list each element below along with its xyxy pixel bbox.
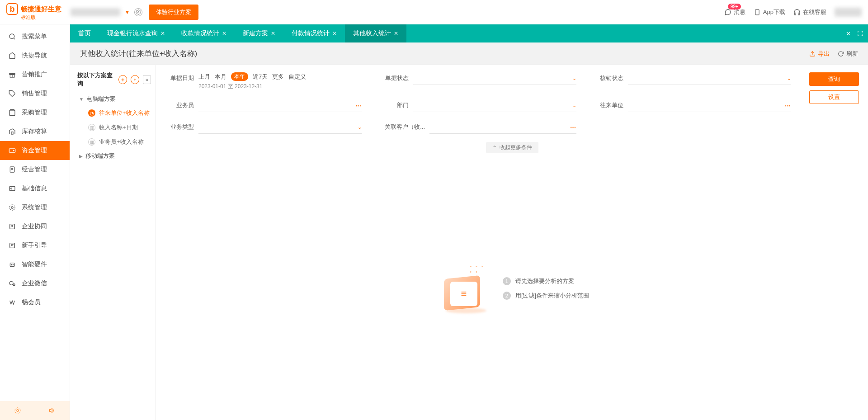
scheme-settings-button[interactable] <box>131 75 139 84</box>
search-icon <box>8 33 16 41</box>
tree-group-mobile[interactable]: ▶ 移动端方案 <box>77 149 151 163</box>
close-all-icon[interactable]: ✕ <box>846 30 851 37</box>
caret-right-icon: ▶ <box>79 154 83 159</box>
team-icon <box>8 222 16 231</box>
tab-other-income[interactable]: 其他收入统计✕ <box>345 24 406 42</box>
refresh-button[interactable]: 刷新 <box>838 50 858 58</box>
svg-rect-1 <box>755 9 759 15</box>
wallet-icon <box>8 146 16 155</box>
date-opt-thismonth[interactable]: 本月 <box>215 73 226 81</box>
scheme-leaf-income-date[interactable]: ▥ 收入名称+日期 <box>86 120 151 135</box>
wecom-icon <box>8 279 16 288</box>
svg-point-16 <box>11 188 12 189</box>
svg-point-20 <box>12 225 13 227</box>
empty-illustration: • • •• • ≡ <box>435 264 489 313</box>
salesman-select[interactable]: ⋯ <box>198 99 362 112</box>
tab-home[interactable]: 首页 <box>70 24 99 42</box>
robot-icon <box>8 260 16 269</box>
sidebar-item-funds[interactable]: 资金管理 <box>0 141 70 160</box>
sidebar-item-search[interactable]: 搜索菜单 <box>0 27 70 46</box>
headset-icon <box>793 9 801 16</box>
add-scheme-button[interactable]: + <box>118 75 127 84</box>
sidebar-item-collab[interactable]: 企业协同 <box>0 217 70 236</box>
chevron-down-icon: ⌄ <box>572 76 576 81</box>
biztype-select[interactable]: ⌄ <box>198 121 362 134</box>
experience-button[interactable]: 体验行业方案 <box>149 5 198 20</box>
collapse-panel-button[interactable]: « <box>143 75 151 84</box>
scheme-leaf-partner-income[interactable]: ◔ 往来单位+收入名称 <box>86 106 151 120</box>
org-selector[interactable]: ▼ <box>71 8 130 16</box>
rel-customer-select[interactable]: ⋯ <box>429 121 576 134</box>
gift-icon <box>8 71 16 79</box>
chart-icon: ▥ <box>88 124 95 131</box>
settings-button[interactable]: 设置 <box>809 90 859 104</box>
filter-partner: 往来单位 ⋯ <box>594 99 791 112</box>
sidebar-item-quicknav[interactable]: 快捷导航 <box>0 46 70 65</box>
page-header: 其他收入统计(往来单位+收入名称) 导出 刷新 <box>70 42 868 65</box>
gear-icon[interactable] <box>134 8 142 16</box>
brand-logo: b 畅捷通好生意 标准版 <box>6 3 61 21</box>
date-opt-custom[interactable]: 自定义 <box>288 73 306 81</box>
messages-link[interactable]: 99+ 消息 <box>724 8 745 16</box>
svg-point-23 <box>11 264 11 265</box>
fullscreen-icon[interactable] <box>857 30 863 37</box>
footer-gear-icon[interactable] <box>14 407 21 414</box>
sidebar-item-marketing[interactable]: 营销推广 <box>0 65 70 84</box>
close-icon[interactable]: ✕ <box>222 30 226 37</box>
chevron-down-icon: ⌄ <box>787 76 791 81</box>
user-avatar-blurred[interactable] <box>835 8 862 17</box>
close-icon[interactable]: ✕ <box>271 30 275 37</box>
tree-group-desktop[interactable]: ▼ 电脑端方案 <box>77 92 151 106</box>
close-icon[interactable]: ✕ <box>332 30 337 37</box>
sidebar-item-hardware[interactable]: 智能硬件 <box>0 255 70 274</box>
department-select[interactable]: ⌄ <box>413 99 576 112</box>
filter-salesman: 业务员 ⋯ <box>165 99 362 112</box>
sidebar-item-basicinfo[interactable]: 基础信息 <box>0 179 70 198</box>
sidebar-item-inventory[interactable]: 库存核算 <box>0 122 70 141</box>
date-opt-lastmonth[interactable]: 上月 <box>198 73 210 81</box>
sidebar-item-wecom[interactable]: 企业微信 <box>0 274 70 293</box>
date-opt-7days[interactable]: 近7天 <box>253 73 268 81</box>
sidebar-item-member[interactable]: 畅会员 <box>0 293 70 312</box>
logo-icon: b <box>6 3 18 15</box>
sidebar: 搜索菜单 快捷导航 营销推广 销售管理 采购管理 库存核算 资金管理 经营管理 … <box>0 24 70 420</box>
filter-biztype: 业务类型 ⌄ <box>165 121 362 134</box>
sidebar-item-guide[interactable]: 新手引导 <box>0 236 70 255</box>
date-opt-thisyear[interactable]: 本年 <box>231 72 248 81</box>
svg-marker-29 <box>49 408 52 412</box>
partner-select[interactable]: ⋯ <box>628 99 791 112</box>
bill-status-select[interactable]: ⌄ <box>413 72 576 85</box>
verify-status-select[interactable]: ⌄ <box>628 72 791 85</box>
tab-new-scheme[interactable]: 新建方案✕ <box>235 24 283 42</box>
sidebar-item-business[interactable]: 经营管理 <box>0 160 70 179</box>
online-service-link[interactable]: 在线客服 <box>793 8 826 16</box>
svg-point-26 <box>13 284 15 286</box>
tab-cashflow[interactable]: 现金银行流水查询✕ <box>99 24 173 42</box>
svg-point-28 <box>15 408 20 413</box>
scheme-leaf-salesman-income[interactable]: ▦ 业务员+收入名称 <box>86 135 151 149</box>
tag-icon <box>8 90 16 98</box>
close-icon[interactable]: ✕ <box>394 30 398 37</box>
clock-icon: ◔ <box>88 109 95 117</box>
collapse-up-icon: ⌃ <box>492 145 497 151</box>
sidebar-item-purchase[interactable]: 采购管理 <box>0 103 70 122</box>
svg-point-18 <box>9 205 15 210</box>
ellipsis-icon: ⋯ <box>785 102 791 109</box>
export-button[interactable]: 导出 <box>809 50 830 58</box>
app-download-link[interactable]: App下载 <box>754 8 785 16</box>
svg-point-24 <box>13 264 13 265</box>
brand-name: 畅捷通好生意 <box>21 5 61 14</box>
footer-sound-icon[interactable] <box>49 407 56 414</box>
filter-department: 部门 ⌄ <box>380 99 576 112</box>
tab-payment-stats[interactable]: 付款情况统计✕ <box>283 24 345 42</box>
collapse-filters-button[interactable]: ⌃ 收起更多条件 <box>486 142 538 153</box>
date-opt-more[interactable]: 更多 <box>272 73 284 81</box>
sidebar-item-sales[interactable]: 销售管理 <box>0 84 70 103</box>
caret-down-icon: ▼ <box>79 97 84 102</box>
close-icon[interactable]: ✕ <box>160 30 165 37</box>
sidebar-item-system[interactable]: 系统管理 <box>0 198 70 217</box>
chevron-down-icon: ⌄ <box>358 124 362 130</box>
page-title: 其他收入统计(往来单位+收入名称) <box>80 48 197 59</box>
query-button[interactable]: 查询 <box>809 72 859 86</box>
tab-receipt-stats[interactable]: 收款情况统计✕ <box>173 24 235 42</box>
